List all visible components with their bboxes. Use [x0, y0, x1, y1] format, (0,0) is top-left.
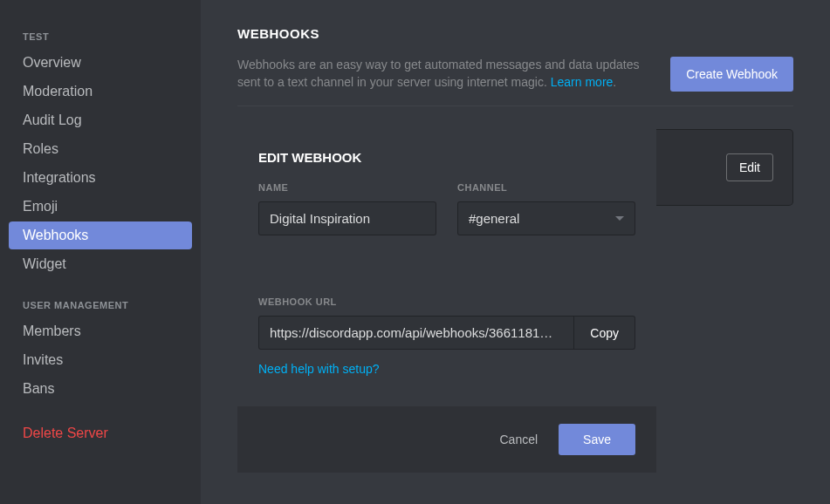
page-description: Webhooks are an easy way to get automate… — [237, 57, 649, 91]
webhook-url-input[interactable] — [258, 316, 573, 350]
modal-title: EDIT WEBHOOK — [258, 150, 635, 165]
page-title: WEBHOOKS — [237, 26, 793, 41]
copy-button[interactable]: Copy — [573, 316, 635, 350]
cancel-button[interactable]: Cancel — [499, 432, 538, 446]
divider — [237, 106, 793, 106]
sidebar-item-widget[interactable]: Widget — [9, 250, 192, 278]
sidebar-item-webhooks[interactable]: Webhooks — [9, 221, 192, 249]
sidebar-item-moderation[interactable]: Moderation — [9, 78, 192, 106]
sidebar-item-delete-server[interactable]: Delete Server — [9, 419, 192, 447]
modal-footer: Cancel Save — [237, 406, 656, 473]
sidebar-item-emoji[interactable]: Emoji — [9, 193, 192, 221]
channel-label: CHANNEL — [457, 182, 635, 193]
edit-webhook-modal: EDIT WEBHOOK NAME CHANNEL #general — [237, 129, 656, 473]
edit-webhook-button[interactable]: Edit — [726, 153, 773, 181]
channel-select[interactable]: #general — [457, 201, 635, 235]
sidebar-section-user-management: USER MANAGEMENT — [9, 295, 192, 316]
sidebar-item-integrations[interactable]: Integrations — [9, 164, 192, 192]
name-label: NAME — [258, 182, 436, 193]
sidebar-item-invites[interactable]: Invites — [9, 346, 192, 374]
help-link[interactable]: Need help with setup? — [258, 362, 380, 376]
sidebar-item-audit-log[interactable]: Audit Log — [9, 106, 192, 134]
sidebar-item-bans[interactable]: Bans — [9, 375, 192, 403]
main-content: WEBHOOKS Webhooks are an easy way to get… — [201, 0, 830, 504]
sidebar: TEST Overview Moderation Audit Log Roles… — [0, 0, 201, 504]
sidebar-section-test: TEST — [9, 26, 192, 47]
sidebar-item-overview[interactable]: Overview — [9, 49, 192, 77]
save-button[interactable]: Save — [559, 424, 635, 455]
chevron-down-icon — [615, 216, 624, 221]
learn-more-link[interactable]: Learn more — [551, 75, 614, 89]
sidebar-item-members[interactable]: Members — [9, 317, 192, 345]
webhook-url-label: WEBHOOK URL — [258, 296, 635, 307]
name-input[interactable] — [258, 201, 436, 235]
channel-value: #general — [469, 211, 519, 226]
sidebar-item-roles[interactable]: Roles — [9, 135, 192, 163]
create-webhook-button[interactable]: Create Webhook — [670, 57, 793, 92]
